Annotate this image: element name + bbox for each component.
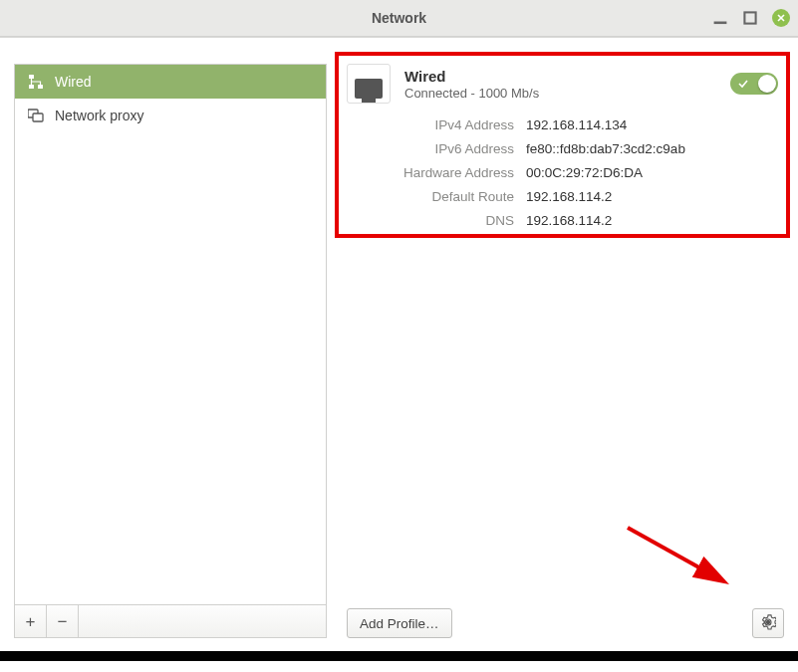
bottom-strip xyxy=(0,651,798,661)
detail-value: 192.168.114.2 xyxy=(526,213,778,228)
annotation-highlight-box: Wired Connected - 1000 Mb/s IPv4 Address… xyxy=(335,52,790,238)
close-button[interactable] xyxy=(772,9,790,27)
svg-point-9 xyxy=(766,619,770,623)
connection-name: Wired xyxy=(404,68,539,86)
sidebar-list: Wired Network proxy xyxy=(14,64,327,605)
connection-heading: Wired Connected - 1000 Mb/s xyxy=(404,68,539,101)
main-column: Wired Connected - 1000 Mb/s IPv4 Address… xyxy=(347,64,784,638)
connection-toggle[interactable] xyxy=(730,73,778,95)
settings-gear-button[interactable] xyxy=(752,608,784,638)
detail-label: Default Route xyxy=(347,189,514,204)
ethernet-icon xyxy=(347,64,391,104)
svg-rect-5 xyxy=(29,85,34,89)
wired-icon xyxy=(27,73,45,91)
add-profile-button[interactable]: Add Profile… xyxy=(347,608,452,638)
main-footer: Add Profile… xyxy=(347,608,784,638)
detail-value: fe80::fd8b:dab7:3cd2:c9ab xyxy=(526,141,778,156)
window-title: Network xyxy=(0,0,798,36)
detail-label: Hardware Address xyxy=(347,165,514,180)
minimize-button[interactable] xyxy=(712,10,728,26)
titlebar: Network xyxy=(0,0,798,37)
window: Network xyxy=(0,0,798,661)
svg-rect-1 xyxy=(744,12,755,23)
maximize-button[interactable] xyxy=(742,10,758,26)
svg-rect-8 xyxy=(33,113,43,121)
svg-rect-4 xyxy=(29,75,34,79)
remove-connection-button[interactable]: − xyxy=(47,605,79,637)
detail-value: 192.168.114.2 xyxy=(526,189,778,204)
detail-label: IPv4 Address xyxy=(347,117,514,132)
connection-header: Wired Connected - 1000 Mb/s xyxy=(347,64,778,104)
sidebar-item-network-proxy[interactable]: Network proxy xyxy=(15,99,326,132)
gear-icon xyxy=(760,614,776,633)
sidebar-item-label: Wired xyxy=(55,74,92,90)
connection-status: Connected - 1000 Mb/s xyxy=(404,86,539,101)
detail-label: DNS xyxy=(347,213,514,228)
svg-rect-6 xyxy=(38,85,43,89)
window-controls xyxy=(712,0,790,36)
add-connection-button[interactable]: + xyxy=(15,605,47,637)
sidebar-item-wired[interactable]: Wired xyxy=(15,65,326,99)
connection-details: IPv4 Address 192.168.114.134 IPv6 Addres… xyxy=(347,117,778,228)
proxy-icon xyxy=(27,107,45,124)
sidebar-actions: + − xyxy=(14,605,327,638)
detail-label: IPv6 Address xyxy=(347,141,514,156)
body: Wired Network proxy + − xyxy=(0,37,798,652)
detail-value: 192.168.114.134 xyxy=(526,117,778,132)
sidebar-item-label: Network proxy xyxy=(55,108,143,123)
detail-value: 00:0C:29:72:D6:DA xyxy=(526,165,778,180)
sidebar-column: Wired Network proxy + − xyxy=(14,64,327,638)
